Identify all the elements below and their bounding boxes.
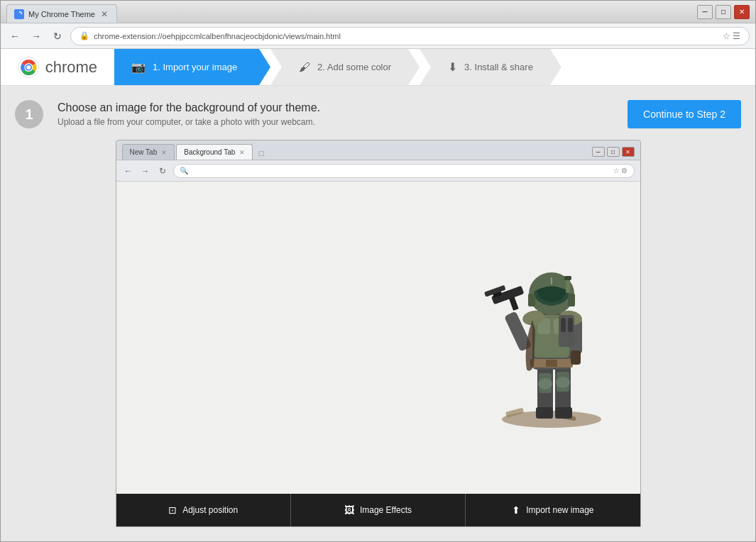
minimize-button[interactable]: ─ bbox=[697, 5, 713, 19]
preview-forward-icon[interactable]: → bbox=[139, 166, 152, 176]
preview-tabs: New Tab ✕ Background Tab ✕ □ bbox=[122, 144, 269, 160]
preview-browser: New Tab ✕ Background Tab ✕ □ ─ □ ✕ bbox=[116, 140, 641, 527]
svg-rect-25 bbox=[509, 297, 519, 311]
image-effects-icon: 🖼 bbox=[344, 504, 354, 516]
step-instruction: 1 Choose an image for the background of … bbox=[15, 100, 741, 128]
preview-url-text: 🔍 bbox=[180, 167, 188, 175]
step-2-tab[interactable]: 🖌 2. Add some color bbox=[270, 49, 420, 85]
preview-close[interactable]: ✕ bbox=[622, 147, 635, 157]
main-body: 1 Choose an image for the background of … bbox=[1, 86, 755, 541]
continue-button[interactable]: Continue to Step 2 bbox=[628, 100, 741, 128]
title-bar: My Chrome Theme ✕ ─ □ ✕ bbox=[1, 1, 755, 23]
preview-maximize[interactable]: □ bbox=[607, 147, 620, 157]
preview-url-icons: ☆ ⚙ bbox=[613, 167, 628, 175]
url-bar[interactable]: 🔒 chrome-extension://oehpjpccmlcalbenfhn… bbox=[70, 27, 750, 45]
chrome-logo-text: chrome bbox=[45, 58, 97, 77]
step3-icon: ⬇ bbox=[448, 60, 457, 74]
new-tab-button[interactable]: □ bbox=[254, 147, 268, 160]
preview-tab-2[interactable]: Background Tab ✕ bbox=[176, 144, 253, 160]
tab-close-icon[interactable]: ✕ bbox=[99, 9, 109, 19]
svg-rect-21 bbox=[546, 360, 557, 367]
close-button[interactable]: ✕ bbox=[734, 5, 750, 19]
svg-rect-40 bbox=[568, 318, 573, 332]
step1-label: 1. Import your image bbox=[153, 62, 237, 72]
step-desc-title: Choose an image for the background of yo… bbox=[57, 101, 613, 114]
preview-title-bar: New Tab ✕ Background Tab ✕ □ ─ □ ✕ bbox=[116, 140, 640, 160]
preview-tab1-label: New Tab bbox=[130, 148, 158, 156]
preview-tab2-label: Background Tab bbox=[184, 148, 235, 156]
svg-rect-35 bbox=[568, 294, 575, 306]
preview-tab2-close[interactable]: ✕ bbox=[239, 149, 245, 156]
preview-minimize[interactable]: ─ bbox=[592, 147, 605, 157]
svg-point-4 bbox=[26, 65, 31, 70]
boba-fett-image bbox=[484, 189, 619, 430]
steps-bar: 📷 1. Import your image 🖌 2. Add some col… bbox=[114, 49, 755, 85]
chrome-logo-icon bbox=[18, 55, 40, 80]
svg-rect-28 bbox=[571, 350, 581, 365]
adjust-position-button[interactable]: ⊡ Adjust position bbox=[116, 494, 291, 526]
import-image-label: Import new image bbox=[526, 505, 593, 515]
import-new-image-button[interactable]: ⬆ Import new image bbox=[466, 494, 640, 526]
image-effects-button[interactable]: 🖼 Image Effects bbox=[291, 494, 466, 526]
tab-bar: My Chrome Theme ✕ bbox=[6, 1, 697, 23]
svg-rect-39 bbox=[561, 318, 566, 332]
svg-rect-15 bbox=[555, 407, 572, 419]
step-desc-subtitle: Upload a file from your computer, or tak… bbox=[57, 117, 613, 127]
preview-tab-1[interactable]: New Tab ✕ bbox=[122, 144, 175, 160]
preview-window-controls: ─ □ ✕ bbox=[592, 147, 635, 160]
adjust-position-icon: ⊡ bbox=[168, 504, 177, 516]
step-description: Choose an image for the background of yo… bbox=[57, 101, 613, 127]
window-controls: ─ □ ✕ bbox=[697, 5, 750, 19]
svg-rect-34 bbox=[528, 294, 535, 306]
preview-tab1-close[interactable]: ✕ bbox=[161, 149, 167, 156]
step-1-tab[interactable]: 📷 1. Import your image bbox=[114, 49, 270, 85]
reload-button[interactable]: ↻ bbox=[49, 28, 66, 45]
import-image-icon: ⬆ bbox=[512, 504, 520, 516]
svg-rect-14 bbox=[536, 407, 553, 419]
preview-reload-icon[interactable]: ↻ bbox=[156, 166, 169, 176]
back-button[interactable]: ← bbox=[6, 28, 23, 45]
forward-button[interactable]: → bbox=[28, 28, 45, 45]
app-content: chrome 📷 1. Import your image 🖌 2. Add s… bbox=[1, 49, 755, 541]
app-header: chrome 📷 1. Import your image 🖌 2. Add s… bbox=[1, 49, 755, 86]
svg-rect-37 bbox=[564, 276, 571, 280]
step1-icon: 📷 bbox=[131, 60, 146, 74]
step2-icon: 🖌 bbox=[299, 61, 310, 74]
preview-address-bar: ← → ↻ 🔍 ☆ ⚙ bbox=[116, 160, 640, 182]
url-text: chrome-extension://oehpjpccmlcalbenfhnac… bbox=[94, 32, 341, 40]
step-number-badge: 1 bbox=[15, 100, 43, 128]
step3-label: 3. Install & share bbox=[464, 62, 533, 72]
preview-url-bar[interactable]: 🔍 ☆ ⚙ bbox=[173, 164, 635, 178]
adjust-position-label: Adjust position bbox=[182, 505, 238, 515]
browser-window: My Chrome Theme ✕ ─ □ ✕ ← → ↻ 🔒 chrome-e… bbox=[0, 0, 756, 542]
step2-label: 2. Add some color bbox=[317, 62, 391, 72]
svg-point-13 bbox=[556, 377, 570, 388]
preview-content bbox=[116, 182, 640, 494]
address-bar: ← → ↻ 🔒 chrome-extension://oehpjpccmlcal… bbox=[1, 23, 755, 49]
url-icons: ☆ ☰ bbox=[723, 31, 740, 41]
preview-back-icon[interactable]: ← bbox=[122, 166, 135, 176]
tab-favicon bbox=[14, 9, 24, 19]
tab-title: My Chrome Theme bbox=[28, 10, 95, 18]
chrome-logo-area: chrome bbox=[1, 55, 114, 80]
preview-toolbar: ⊡ Adjust position 🖼 Image Effects ⬆ Impo… bbox=[116, 494, 640, 526]
svg-point-12 bbox=[538, 378, 552, 389]
step-3-tab[interactable]: ⬇ 3. Install & share bbox=[420, 49, 561, 85]
image-effects-label: Image Effects bbox=[360, 505, 412, 515]
browser-tab[interactable]: My Chrome Theme ✕ bbox=[6, 4, 117, 23]
maximize-button[interactable]: □ bbox=[716, 5, 731, 19]
